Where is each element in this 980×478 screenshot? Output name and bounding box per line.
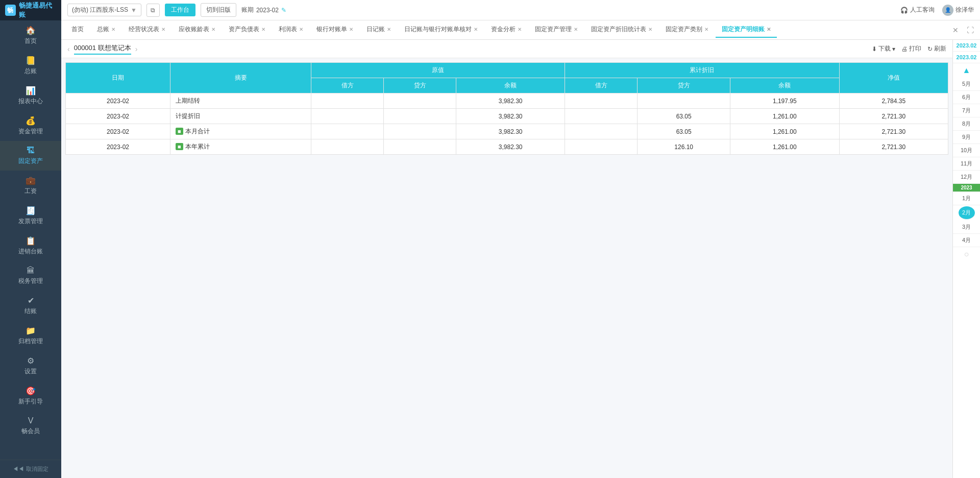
tabbar-maximize-btn[interactable]: ⛶	[965, 25, 976, 35]
company-selector[interactable]: (勿动) 江西股东-LSS ▼	[67, 4, 141, 16]
tab-journal-close[interactable]: ✕	[387, 27, 391, 32]
service-label: 人工客询	[910, 6, 935, 14]
company-name: (勿动) 江西股东-LSS	[72, 6, 128, 14]
tab-bank[interactable]: 银行对账单 ✕	[310, 22, 359, 38]
sidebar-item-tax[interactable]: 🏛 税务管理	[0, 261, 61, 291]
sidebar-item-reports[interactable]: 📊 报表中心	[0, 81, 61, 111]
sidebar-collapse-btn[interactable]: ◀◀ 取消固定	[0, 460, 61, 478]
topbar: (勿动) 江西股东-LSS ▼ ⧉ 工作台 切到旧版 账期 2023-02 ✎ …	[61, 0, 980, 20]
row-accum-balance: 1,261.00	[730, 124, 839, 139]
refresh-btn[interactable]: ↻ 刷新	[927, 44, 946, 53]
sidebar-item-label: 工资	[24, 187, 37, 196]
tab-receivable[interactable]: 应收账龄表 ✕	[173, 22, 222, 38]
date-nav-4[interactable]: 4月	[953, 234, 980, 247]
tab-fa-category-close[interactable]: ✕	[704, 27, 708, 32]
date-nav-11[interactable]: 11月	[953, 157, 980, 171]
tab-bank-close[interactable]: ✕	[349, 27, 353, 32]
tab-operation-close[interactable]: ✕	[161, 27, 165, 32]
row-date: 2023-02	[66, 124, 170, 139]
table-row: 2023-02 计提折旧 3,982.30 63.05 1,261.00 2,7…	[66, 109, 948, 124]
sidebar-item-label: 固定资产	[18, 157, 43, 165]
period-value: 2023-02	[256, 7, 279, 14]
username: 徐泽华	[955, 6, 974, 14]
row-accum-balance: 1,261.00	[730, 139, 839, 155]
row-net-value: 2,721.30	[839, 109, 948, 124]
sidebar-item-label: 结账	[24, 307, 37, 316]
tab-fa-manage[interactable]: 固定资产管理 ✕	[529, 22, 584, 38]
date-nav-down-btn[interactable]: ○	[953, 247, 980, 261]
sidebar-item-settle[interactable]: ✔ 结账	[0, 291, 61, 321]
print-btn[interactable]: 🖨 打印	[901, 44, 921, 53]
tab-fa-category[interactable]: 固定资产类别 ✕	[659, 22, 715, 38]
sidebar-item-archive[interactable]: 📁 归档管理	[0, 321, 61, 351]
date-nav-10[interactable]: 10月	[953, 144, 980, 157]
ledger-icon: 📒	[26, 56, 36, 65]
date-nav-9[interactable]: 9月	[953, 131, 980, 144]
date-nav-6[interactable]: 6月	[953, 91, 980, 104]
date-nav-up-btn[interactable]: ▲	[953, 63, 980, 78]
row-net-value: 2,721.30	[839, 139, 948, 155]
logo-text: 畅捷通易代账	[19, 1, 56, 19]
copy-button[interactable]: ⧉	[146, 4, 160, 17]
tab-journal-bank-close[interactable]: ✕	[474, 27, 478, 32]
date-nav-5[interactable]: 5月	[953, 78, 980, 91]
user-menu[interactable]: 👤 徐泽华	[942, 5, 974, 16]
tab-fund-analysis[interactable]: 资金分析 ✕	[485, 22, 528, 38]
sidebar-item-guide[interactable]: 🎯 新手引导	[0, 381, 61, 411]
tabbar-close-all-btn[interactable]: ✕	[950, 25, 961, 35]
tab-fund-analysis-close[interactable]: ✕	[518, 27, 522, 32]
sidebar-item-sales[interactable]: 📋 进销台账	[0, 231, 61, 261]
tab-ledger-label: 总账	[97, 25, 109, 34]
switch-version-button[interactable]: 切到旧版	[201, 3, 236, 17]
sidebar-item-member[interactable]: V 畅会员	[0, 411, 61, 441]
sidebar-item-invoice[interactable]: 🧾 发票管理	[0, 201, 61, 231]
date-nav-12[interactable]: 12月	[953, 171, 980, 184]
breadcrumb-next-btn[interactable]: ›	[135, 45, 138, 53]
tab-receivable-close[interactable]: ✕	[211, 27, 215, 32]
tab-operation-label: 经营状况表	[129, 25, 159, 34]
sidebar-item-fixed-assets[interactable]: 🏗 固定资产	[0, 141, 61, 171]
tab-profit[interactable]: 利润表 ✕	[273, 22, 309, 38]
tab-fa-manage-close[interactable]: ✕	[574, 27, 578, 32]
sidebar-item-settings[interactable]: ⚙ 设置	[0, 351, 61, 381]
tab-operation[interactable]: 经营状况表 ✕	[122, 22, 172, 38]
print-label: 打印	[909, 44, 921, 53]
workbench-button[interactable]: 工作台	[165, 4, 195, 16]
tab-fa-manage-label: 固定资产管理	[535, 25, 572, 34]
tab-balance[interactable]: 资产负债表 ✕	[223, 22, 272, 38]
tab-balance-close[interactable]: ✕	[261, 27, 265, 32]
sidebar-item-ledger[interactable]: 📒 总账	[0, 51, 61, 81]
row-accum-balance: 1,197.95	[730, 93, 839, 109]
tab-home[interactable]: 首页	[65, 22, 90, 38]
tab-journal-bank[interactable]: 日记账与银行对账单核对 ✕	[398, 22, 484, 38]
tab-profit-close[interactable]: ✕	[299, 27, 303, 32]
service-button[interactable]: 🎧 人工客询	[900, 6, 935, 14]
logo-icon: 畅	[5, 5, 16, 16]
sidebar-item-funds[interactable]: 💰 资金管理	[0, 111, 61, 141]
download-btn[interactable]: ⬇ 下载 ▾	[872, 44, 895, 53]
tab-ledger-close[interactable]: ✕	[111, 27, 115, 32]
reports-icon: 📊	[26, 86, 36, 95]
download-arrow-icon: ▾	[892, 45, 895, 53]
sidebar-item-salary[interactable]: 💼 工资	[0, 171, 61, 201]
tab-fa-depreciation-close[interactable]: ✕	[648, 27, 652, 32]
tab-ledger[interactable]: 总账 ✕	[91, 22, 121, 38]
refresh-icon: ↻	[927, 45, 933, 53]
date-nav-1[interactable]: 1月	[953, 192, 980, 205]
date-nav-3[interactable]: 3月	[953, 221, 980, 234]
sidebar-item-label: 新手引导	[18, 397, 43, 406]
date-nav-2[interactable]: 2月	[959, 206, 975, 220]
date-nav-period-top2[interactable]: 2023.02	[953, 52, 980, 63]
tab-journal[interactable]: 日记账 ✕	[360, 22, 397, 38]
row-date: 2023-02	[66, 139, 170, 155]
tab-fa-detail-close[interactable]: ✕	[767, 27, 771, 32]
tab-fa-depreciation[interactable]: 固定资产折旧统计表 ✕	[585, 22, 658, 38]
date-nav-8[interactable]: 8月	[953, 117, 980, 131]
tab-fa-detail[interactable]: 固定资产明细账 ✕	[716, 22, 777, 38]
period-edit-icon[interactable]: ✎	[281, 7, 286, 14]
breadcrumb-prev-btn[interactable]: ‹	[67, 45, 70, 53]
date-nav-period-top1[interactable]: 2023.02	[953, 40, 980, 52]
date-nav-7[interactable]: 7月	[953, 104, 980, 117]
content-area: ‹ 000001 联想笔记本 › ⬇ 下载 ▾ 🖨 打印 ↻ 刷新	[61, 40, 980, 478]
sidebar-item-home[interactable]: 🏠 首页	[0, 20, 61, 51]
